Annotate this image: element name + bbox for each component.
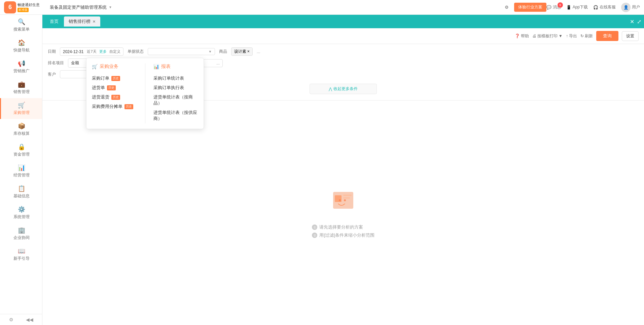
export-btn[interactable]: ↑ 导出 — [566, 33, 577, 39]
enterprise-icon: 🏢 — [18, 227, 25, 234]
sidebar-collapse-btn[interactable]: ◀◀ — [26, 317, 33, 322]
operations-icon: 📊 — [18, 164, 25, 171]
tab-home[interactable]: 首页 — [45, 16, 63, 27]
refresh-icon: ↻ — [580, 34, 584, 38]
svg-rect-2 — [343, 195, 352, 196]
inbound-order-item[interactable]: 进货单 历史 — [92, 83, 137, 92]
report-icon: 📊 — [153, 64, 159, 69]
date-range-label: 日期 — [48, 49, 56, 54]
settings-icon-btn[interactable]: ⚙ — [502, 3, 511, 12]
dropdown-divider — [145, 64, 145, 123]
export-icon: ↑ — [566, 34, 568, 38]
collapse-filter-btn[interactable]: ⋀ 收起更多条件 — [310, 84, 377, 94]
customer-label: 客户 — [48, 72, 56, 77]
marketing-icon: 📢 — [18, 60, 25, 67]
industry-button[interactable]: 体验行业方案 — [514, 3, 546, 12]
report-title: 📊 报表 — [153, 64, 199, 70]
sidebar-item-quick-nav[interactable]: 🏠 快捷导航 — [0, 36, 42, 56]
goods-tag: 设计素 × — [231, 47, 253, 56]
help-btn[interactable]: ❓ 帮助 — [515, 33, 529, 39]
inbound-return-item[interactable]: 进货退货 历史 — [92, 92, 137, 102]
purchase-business-col: 🛒 采购业务 采购订单 历史 进货单 历史 进货退货 — [92, 64, 137, 123]
phone-icon: 📱 — [566, 5, 571, 10]
date-range-input[interactable]: 2024-12-31 近7天 更多 自定义 — [60, 47, 123, 56]
query-button[interactable]: 查询 — [596, 31, 618, 41]
report-col: 📊 报表 采购订单统计表 采购订单执行表 进货单统计表（按商品） — [153, 64, 199, 123]
tab-close-window-icon[interactable]: ✕ — [630, 18, 634, 25]
sidebar-item-system[interactable]: ⚙️ 系统管理 — [0, 202, 42, 223]
empty-illustration — [323, 185, 363, 219]
purchase-dropdown-menu: 🛒 采购业务 采购订单 历史 进货单 历史 进货退货 — [86, 58, 204, 129]
svg-rect-3 — [343, 197, 350, 199]
user-menu-btn[interactable]: 👤 用户 — [621, 3, 640, 12]
salesperson-dots[interactable]: ... — [216, 61, 220, 66]
finance-icon: 🔒 — [18, 143, 25, 151]
purchase-business-icon: 🛒 — [92, 64, 98, 69]
notification-badge: 9 — [558, 2, 563, 8]
step2-icon: ② — [312, 233, 317, 238]
headset-icon: 🎧 — [593, 5, 598, 10]
sidebar-settings-btn[interactable]: ⚙ — [9, 317, 13, 322]
goods-more-btn[interactable]: ... — [257, 49, 260, 54]
notification-btn[interactable]: 💬 9 9 消息 — [546, 4, 561, 10]
help-icon: ❓ — [515, 34, 520, 38]
inbound-stats-by-supplier-item[interactable]: 进货单统计表（按供应商） — [153, 108, 199, 123]
online-service-btn[interactable]: 🎧 在线客服 — [593, 4, 616, 10]
collapse-icon: ⋀ — [329, 87, 332, 91]
sidebar-item-purchase[interactable]: 🛒 采购管理 — [0, 98, 42, 119]
empty-state: ① 请先选择要分析的方案 ② 用[过滤]条件来缩小分析范围 — [42, 100, 644, 325]
tab-maximize-icon[interactable]: ⤢ — [637, 18, 641, 25]
purchase-icon: 🛒 — [18, 101, 25, 109]
guide-icon: 📖 — [18, 247, 25, 255]
sidebar-item-inventory[interactable]: 📦 库存核算 — [0, 119, 42, 140]
sidebar-item-operations[interactable]: 📊 经营管理 — [0, 161, 42, 181]
purchase-order-stats-item[interactable]: 采购订单统计表 — [153, 74, 199, 83]
settings-button[interactable]: 设置 — [622, 31, 639, 41]
purchase-order-item[interactable]: 采购订单 历史 — [92, 74, 137, 83]
home-icon: 🏠 — [18, 39, 25, 46]
inventory-icon: 📦 — [18, 122, 25, 130]
document-status-arrow-icon: ▼ — [209, 50, 212, 53]
purchase-business-title: 🛒 采购业务 — [92, 64, 137, 70]
search-icon: 🔍 — [18, 18, 25, 26]
app-logo-text: 畅捷通好生意 标准版 — [17, 2, 40, 12]
purchase-order-exec-item[interactable]: 采购订单执行表 — [153, 83, 199, 92]
print-btn[interactable]: 🖨 按模板打印 ▼ — [532, 33, 563, 39]
svg-point-5 — [339, 199, 341, 201]
document-status-input[interactable]: ▼ — [148, 48, 215, 55]
app-logo-icon: 6 — [4, 1, 16, 13]
rank-label: 排名项目 — [48, 60, 64, 66]
date-custom-link[interactable]: 自定义 — [109, 49, 120, 54]
purchase-expense-item[interactable]: 采购费用分摊单 历史 — [92, 102, 137, 111]
history-badge-inbound-return: 历史 — [111, 95, 120, 100]
app-download-btn[interactable]: 📱 App下载 — [566, 4, 588, 10]
tab-bar: 首页 销售排行榜 ✕ ✕ ⤢ — [42, 15, 644, 28]
system-title-arrow-icon: ▼ — [109, 5, 112, 9]
history-badge-expense: 历史 — [124, 104, 133, 109]
print-icon: 🖨 — [532, 34, 536, 38]
sidebar-item-finance[interactable]: 🔒 资金管理 — [0, 140, 42, 161]
basic-info-icon: 📋 — [18, 185, 25, 192]
tab-close-icon[interactable]: ✕ — [93, 19, 96, 24]
tab-sales-ranking[interactable]: 销售排行榜 ✕ — [64, 16, 100, 27]
system-title-text: 装备及固定资产辅助管理系统 — [50, 4, 107, 10]
print-arrow-icon: ▼ — [559, 34, 563, 38]
notification-bell-icon: 💬 — [546, 5, 551, 10]
sidebar-item-sales[interactable]: 💼 销售管理 — [0, 77, 42, 98]
sidebar-item-basic-info[interactable]: 📋 基础信息 — [0, 181, 42, 202]
empty-text: ① 请先选择要分析的方案 ② 用[过滤]条件来缩小分析范围 — [312, 224, 374, 240]
toolbar: ❓ 帮助 🖨 按模板打印 ▼ ↑ 导出 ↻ — [42, 28, 644, 44]
goods-label: 商品 — [219, 49, 227, 54]
sidebar-item-guide[interactable]: 📖 新手引导 — [0, 244, 42, 265]
inbound-stats-by-goods-item[interactable]: 进货单统计表（按商品） — [153, 92, 199, 108]
history-badge-purchase-order: 历史 — [111, 76, 120, 81]
document-status-label: 单据状态 — [128, 49, 144, 54]
system-icon: ⚙️ — [18, 206, 25, 213]
sidebar-item-enterprise[interactable]: 🏢 企业协同 — [0, 223, 42, 244]
refresh-btn[interactable]: ↻ 刷新 — [580, 33, 593, 39]
sidebar-item-search[interactable]: 🔍 搜索菜单 — [0, 15, 42, 36]
date-more-link[interactable]: 更多 — [99, 49, 107, 54]
sidebar-item-marketing[interactable]: 📢 营销推广 — [0, 56, 42, 77]
svg-point-6 — [344, 199, 346, 201]
step1-icon: ① — [312, 225, 317, 230]
